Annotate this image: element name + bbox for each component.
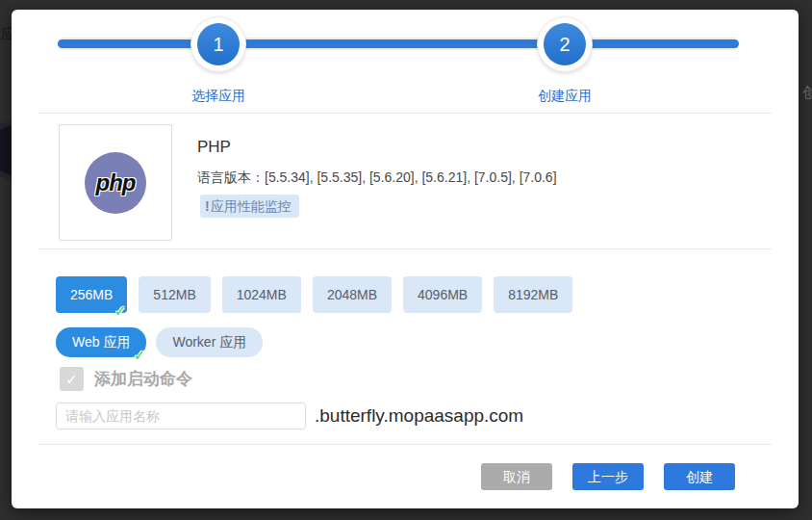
- php-logo-icon: php: [85, 152, 146, 214]
- memory-option-4096mb[interactable]: 4096MB: [403, 276, 482, 313]
- domain-suffix: .butterfly.mopaasapp.com: [315, 405, 523, 427]
- checkbox-check-icon: ✓: [65, 371, 78, 388]
- footer-actions: 取消 上一步 创建: [481, 463, 735, 490]
- versions-list: [5.5.34], [5.5.35], [5.6.20], [5.6.21], …: [265, 169, 557, 185]
- app-type-label: Worker 应用: [172, 334, 246, 350]
- previous-step-button[interactable]: 上一步: [572, 463, 644, 490]
- step-2-number: 2: [544, 23, 586, 65]
- memory-option-label: 2048MB: [327, 287, 377, 302]
- startup-command-label: 添加启动命令: [94, 368, 192, 390]
- memory-option-label: 256MB: [70, 287, 113, 302]
- create-button[interactable]: 创建: [664, 463, 735, 490]
- versions-label: 语言版本：: [197, 169, 265, 185]
- app-type-label: Web 应用: [72, 334, 130, 350]
- memory-option-label: 512MB: [153, 287, 195, 302]
- startup-command-row: ✓ 添加启动命令: [60, 367, 192, 391]
- app-title: PHP: [197, 138, 231, 157]
- divider: [38, 444, 772, 445]
- check-icon: ✓: [134, 348, 146, 362]
- memory-option-1024mb[interactable]: 1024MB: [222, 276, 301, 313]
- memory-option-label: 4096MB: [418, 287, 468, 302]
- app-card: php: [59, 124, 172, 241]
- memory-options-row: 256MB ✓ 512MB 1024MB 2048MB 4096MB 8192M…: [56, 276, 572, 313]
- divider: [38, 113, 772, 114]
- step-2-label: 创建应用: [507, 88, 622, 105]
- startup-command-checkbox[interactable]: ✓: [60, 367, 84, 391]
- app-name-input[interactable]: [56, 403, 306, 429]
- stepper-progress-bar: [58, 39, 739, 48]
- divider: [38, 248, 772, 249]
- step-1-circle[interactable]: 1: [191, 17, 245, 71]
- apm-badge: !应用性能监控: [200, 195, 299, 218]
- memory-option-label: 8192MB: [508, 287, 558, 302]
- background-partial-text: 创: [802, 85, 812, 99]
- step-1-number: 1: [197, 23, 240, 65]
- cancel-button[interactable]: 取消: [481, 463, 552, 490]
- check-icon: ✓: [114, 303, 127, 318]
- memory-option-256mb[interactable]: 256MB ✓: [56, 276, 127, 313]
- php-logo-text: php: [96, 169, 136, 196]
- exclamation-icon: !: [205, 198, 210, 214]
- app-type-web[interactable]: Web 应用 ✓: [56, 327, 146, 357]
- app-type-worker[interactable]: Worker 应用: [156, 327, 263, 357]
- app-versions: 语言版本：[5.5.34], [5.5.35], [5.6.20], [5.6.…: [197, 169, 557, 187]
- step-1-label: 选择应用: [161, 88, 276, 105]
- app-name-row: .butterfly.mopaasapp.com: [56, 403, 523, 429]
- memory-option-8192mb[interactable]: 8192MB: [494, 276, 572, 313]
- create-app-modal: 1 2 选择应用 创建应用 php PHP 语言版本：[5.5.34], [5.…: [12, 10, 799, 508]
- memory-option-label: 1024MB: [237, 287, 287, 302]
- step-2-circle[interactable]: 2: [538, 17, 592, 71]
- memory-option-2048mb[interactable]: 2048MB: [313, 276, 392, 313]
- app-type-row: Web 应用 ✓ Worker 应用: [56, 327, 263, 357]
- memory-option-512mb[interactable]: 512MB: [139, 276, 210, 313]
- apm-badge-label: 应用性能监控: [211, 198, 292, 214]
